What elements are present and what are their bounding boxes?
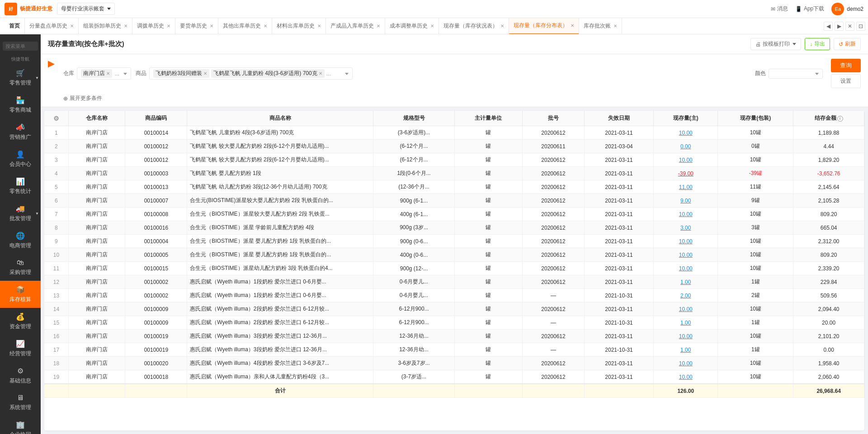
sidebar-item-basic[interactable]: ⚙ 基础信息 <box>0 362 41 389</box>
tab-chengpin-close[interactable]: ✕ <box>377 24 380 28</box>
cell-no: 6 <box>44 194 68 208</box>
column-settings-icon[interactable]: ⚙ <box>53 115 59 122</box>
table-row: 13 南岸门店 00100002 惠氏启赋（Wyeth illuma）1段奶粉 … <box>44 289 864 302</box>
product-tag-1-close[interactable]: ✕ <box>203 71 207 76</box>
cell-qty[interactable]: 10.00 <box>654 302 718 316</box>
cell-qty[interactable]: 2.00 <box>654 289 718 302</box>
tab-costadj[interactable]: 成本调整单历史 ✕ <box>385 18 439 34</box>
tab-cailiaoout-close[interactable]: ✕ <box>317 24 321 28</box>
cell-qty[interactable]: 11.00 <box>654 180 718 194</box>
sidebar-item-system[interactable]: 🖥 系统管理 <box>0 389 41 416</box>
expand-more-btn[interactable]: ⊕ 展开更多条件 <box>63 94 861 102</box>
tab-next-btn[interactable]: ▶ <box>835 22 844 31</box>
sidebar-item-finance[interactable]: 💰 资金管理 <box>0 308 41 335</box>
tab-otherout[interactable]: 其他出库单历史 ✕ <box>218 18 272 34</box>
query-btn[interactable]: 查询 <box>831 59 861 72</box>
sidebar-item-marketing[interactable]: 📣 营销推广 <box>0 118 41 146</box>
tab-batchapproval-close[interactable]: ✕ <box>613 24 617 28</box>
tab-tiaobo-close[interactable]: ✕ <box>167 24 170 28</box>
tab-currentstock-close[interactable]: ✕ <box>500 24 504 28</box>
product-selector[interactable]: 飞鹤奶粉3段同赠装 ✕ 飞鹤星飞帆 儿童奶粉 4段(3-6岁适用) 700克 ✕… <box>149 67 353 80</box>
warehouse-dots[interactable]: ... <box>115 71 119 77</box>
table-footer-row: 合计 126.00 26,968.64 <box>44 384 864 398</box>
tab-more-btn[interactable]: ⊡ <box>856 22 865 31</box>
tab-prev-btn[interactable]: ◀ <box>824 22 833 31</box>
sidebar-nav-label[interactable]: 快捷导航 <box>0 54 41 64</box>
refresh-btn[interactable]: ↺ 刷新 <box>834 38 861 50</box>
tab-zuchai[interactable]: 组装拆卸单历史 ✕ <box>79 18 132 34</box>
cell-unit: 罐 <box>454 316 522 330</box>
sidebar-stats-label: 零售统计 <box>9 188 31 195</box>
sidebar-item-member[interactable]: 👤 会员中心 <box>0 146 41 173</box>
cell-qty[interactable]: 10.00 <box>654 248 718 262</box>
tab-fenbu-close[interactable]: ✕ <box>70 24 74 28</box>
search-input[interactable] <box>3 42 38 51</box>
tab-currentstock[interactable]: 现存量（库存状况表） ✕ <box>439 18 509 34</box>
org-selector[interactable]: 母婴行业演示账套 <box>57 3 115 15</box>
sidebar-item-retailshop[interactable]: 🏪 零售商城 <box>0 91 41 118</box>
print-btn[interactable]: 🖨 按模板打印 <box>750 38 801 50</box>
cell-qty[interactable]: 10.00 <box>654 235 718 248</box>
message-btn[interactable]: ✉ 消息 <box>771 5 788 13</box>
product-dots[interactable]: ... <box>326 71 331 77</box>
cell-batch: 20200612 <box>523 153 585 167</box>
settings-btn[interactable]: 设置 <box>831 74 861 88</box>
cell-qty[interactable]: 10.00 <box>654 370 718 384</box>
cell-qty[interactable]: 10.00 <box>654 262 718 275</box>
tab-batchapproval[interactable]: 库存批次账 ✕ <box>579 18 622 34</box>
tab-yaohuo[interactable]: 要货单历史 ✕ <box>175 18 218 34</box>
color-selector[interactable] <box>769 69 823 79</box>
cell-qty[interactable]: 0.00 <box>654 140 718 153</box>
cell-qty[interactable]: 1.00 <box>654 316 718 330</box>
cell-qtypkg: 10罐 <box>718 302 793 316</box>
table-row: 8 南岸门店 00100016 合生元（BIOSTIME）派星 学龄前儿童配方奶… <box>44 221 864 235</box>
sidebar-item-retail[interactable]: 🛒 零售管理 ▼ <box>0 64 41 91</box>
tab-currentdist-close[interactable]: ✕ <box>571 23 574 28</box>
sidebar-item-enterprise[interactable]: 🏢 企业协同 <box>0 416 41 434</box>
expand-btn[interactable]: ▶ <box>48 59 54 69</box>
tab-chengpin[interactable]: 产成品入库单历史 ✕ <box>326 18 385 34</box>
tab-yaohuo-close[interactable]: ✕ <box>210 24 213 28</box>
tab-home[interactable]: 首页 <box>5 18 25 34</box>
sidebar-item-wholesale[interactable]: 🚚 批发管理 ▼ <box>0 200 41 227</box>
warehouse-tag-close[interactable]: ✕ <box>106 71 110 76</box>
cell-qty[interactable]: 10.00 <box>654 330 718 343</box>
cell-qty[interactable]: 10.00 <box>654 153 718 167</box>
cell-qty[interactable]: -39.00 <box>654 167 718 180</box>
amount-info-icon[interactable]: i <box>837 116 843 122</box>
sidebar-item-stats[interactable]: 📊 零售统计 <box>0 173 41 200</box>
cell-qty[interactable]: 10.00 <box>654 126 718 140</box>
cell-name: 飞鹤星飞帆 儿童奶粉 4段(3-6岁适用) 700克 <box>187 126 373 140</box>
sidebar-item-operations[interactable]: 📈 经营管理 <box>0 335 41 362</box>
tab-zuchai-label: 组装拆卸单历史 <box>83 22 121 30</box>
app-download-btn[interactable]: 📱 App下载 <box>795 5 824 13</box>
product-tag-2-close[interactable]: ✕ <box>319 71 322 76</box>
cell-qty[interactable]: 9.00 <box>654 194 718 208</box>
filter-color: 颜色 <box>755 69 823 79</box>
sidebar-enterprise-label: 企业协同 <box>9 431 31 434</box>
warehouse-selector[interactable]: 南岸门店 ✕ ... <box>77 67 131 80</box>
tab-close-all-btn[interactable]: ✕ <box>845 22 854 31</box>
cell-qty[interactable]: 3.00 <box>654 221 718 235</box>
export-btn[interactable]: ↓ 导出 <box>805 38 830 50</box>
tab-fenbu[interactable]: 分量盘点单历史 ✕ <box>25 18 79 34</box>
tab-currentstock-label: 现存量（库存状况表） <box>443 22 498 30</box>
sidebar-item-purchase[interactable]: 🛍 采购管理 <box>0 254 41 281</box>
tab-tiaobo[interactable]: 调拨单历史 ✕ <box>132 18 175 34</box>
cell-qty[interactable]: 1.00 <box>654 343 718 357</box>
tab-cailiaoout[interactable]: 材料出库单历史 ✕ <box>272 18 326 34</box>
page-title: 现存量查询(按仓库+批次) <box>48 40 124 48</box>
cell-qty[interactable]: 10.00 <box>654 208 718 221</box>
cell-no: 9 <box>44 235 68 248</box>
cell-spec: (3-6岁适用)... <box>373 126 454 140</box>
sidebar-item-inventory[interactable]: 📦 库存核算 <box>0 281 41 308</box>
tab-currentdist-label: 现存量（库存分布表） <box>514 22 568 29</box>
tab-zuchai-close[interactable]: ✕ <box>124 24 127 28</box>
tab-currentdist[interactable]: 现存量（库存分布表） ✕ <box>509 18 579 34</box>
cell-qty[interactable]: 1.00 <box>654 275 718 289</box>
sidebar-item-ecommerce[interactable]: 🌐 电商管理 <box>0 227 41 254</box>
tab-costadj-close[interactable]: ✕ <box>430 24 434 28</box>
cell-qty[interactable]: 10.00 <box>654 357 718 370</box>
table-row: 3 南岸门店 00100012 飞鹤星飞帆 较大婴儿配方奶粉 2段(6-12个月… <box>44 153 864 167</box>
tab-otherout-close[interactable]: ✕ <box>264 24 267 28</box>
